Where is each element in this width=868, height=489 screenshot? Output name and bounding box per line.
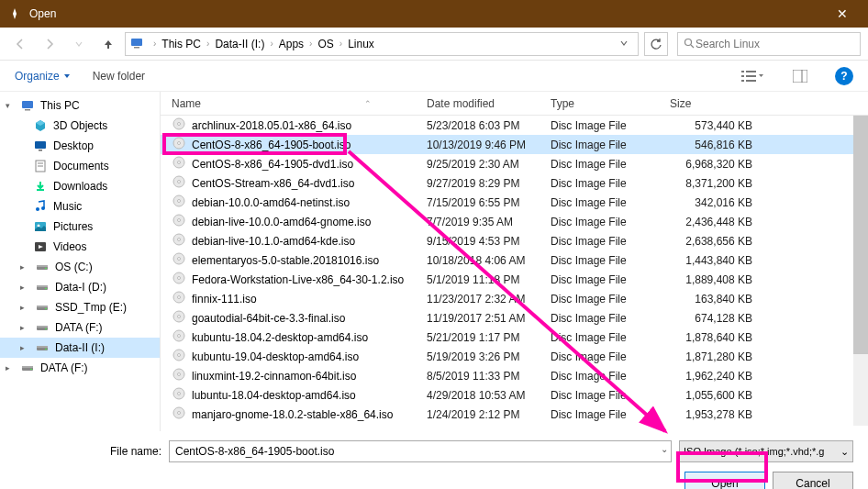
svg-rect-6 <box>741 75 744 77</box>
organize-menu[interactable]: Organize <box>15 70 71 83</box>
tree-expander-icon[interactable]: ▸ <box>20 262 29 272</box>
file-list: archlinux-2018.05.01-x86_64.iso5/23/2018… <box>161 116 868 431</box>
file-name: linuxmint-19.2-cinnamon-64bit.iso <box>192 370 356 383</box>
sidebar-item[interactable]: Pictures <box>0 217 160 237</box>
sidebar-item[interactable]: ▸SSD_Tmp (E:) <box>0 297 160 317</box>
file-row[interactable]: CentOS-8-x86_64-1905-dvd1.iso9/25/2019 2… <box>161 154 868 173</box>
file-row[interactable]: debian-10.0.0-amd64-netinst.iso7/15/2019… <box>161 193 868 212</box>
tree-expander-icon[interactable]: ▸ <box>20 343 29 352</box>
down-icon <box>33 179 48 194</box>
svg-rect-10 <box>793 70 807 83</box>
column-size[interactable]: Size <box>670 97 762 110</box>
sidebar-item[interactable]: Documents <box>0 156 160 176</box>
sidebar-item[interactable]: Videos <box>0 237 160 257</box>
file-size: 1,889,408 KB <box>670 273 762 286</box>
file-date: 10/18/2018 4:06 AM <box>427 254 551 267</box>
disc-icon <box>172 271 186 288</box>
breadcrumb-seg[interactable]: Linux <box>346 38 376 50</box>
file-row[interactable]: elementaryos-5.0-stable.20181016.iso10/1… <box>161 250 868 270</box>
sidebar-item[interactable]: Music <box>0 196 160 217</box>
filename-dropdown-icon[interactable]: ⌄ <box>661 444 668 454</box>
tree-expander-icon[interactable]: ▸ <box>20 283 29 292</box>
music-icon <box>33 199 48 214</box>
sidebar-item[interactable]: ▸Data-II (I:) <box>0 338 160 358</box>
file-size: 1,878,640 KB <box>670 331 762 344</box>
sidebar-item-label: Data-I (D:) <box>55 281 106 294</box>
file-type: Disc Image File <box>551 216 670 228</box>
file-row[interactable]: manjaro-gnome-18.0.2-stable-x86_64.iso1/… <box>161 405 868 424</box>
column-type[interactable]: Type <box>551 97 670 110</box>
svg-rect-5 <box>746 71 756 72</box>
forward-button[interactable] <box>37 31 62 57</box>
tree-expander-icon[interactable]: ▸ <box>20 303 29 312</box>
filename-input[interactable] <box>169 440 672 462</box>
file-type: Disc Image File <box>551 119 670 132</box>
file-name: lubuntu-18.04-desktop-amd64.iso <box>192 389 356 402</box>
svg-line-3 <box>691 45 694 48</box>
file-row[interactable]: Fedora-Workstation-Live-x86_64-30-1.2.is… <box>161 270 868 289</box>
breadcrumb-dropdown[interactable] <box>614 38 634 50</box>
help-button[interactable]: ? <box>835 67 853 85</box>
file-row[interactable]: lubuntu-18.04-desktop-amd64.iso4/29/2018… <box>161 385 868 405</box>
refresh-button[interactable] <box>644 32 668 56</box>
cancel-button[interactable]: Cancel <box>773 472 853 489</box>
disc-icon <box>172 155 186 172</box>
pc-icon <box>20 98 35 113</box>
sidebar-item[interactable]: ▸OS (C:) <box>0 257 160 277</box>
scrollbar-thumb[interactable] <box>853 116 868 354</box>
file-row[interactable]: debian-live-10.1.0-amd64-kde.iso9/15/201… <box>161 231 868 250</box>
back-button[interactable] <box>7 31 33 57</box>
view-mode-button[interactable] <box>740 65 765 87</box>
breadcrumb-seg[interactable]: Data-II (I:) <box>213 38 266 50</box>
open-button[interactable]: Open <box>684 472 765 489</box>
svg-point-54 <box>178 219 181 222</box>
file-row[interactable]: CentOS-8-x86_64-1905-boot.iso10/13/2019 … <box>161 135 868 154</box>
file-row[interactable]: debian-live-10.0.0-amd64-gnome.iso7/7/20… <box>161 212 868 231</box>
breadcrumb[interactable]: › This PC› Data-II (I:)› Apps› OS› Linux <box>125 32 639 56</box>
up-button[interactable] <box>95 31 121 57</box>
svg-point-2 <box>685 39 692 46</box>
sidebar-item-label: DATA (F:) <box>40 361 88 374</box>
new-folder-button[interactable]: New folder <box>93 70 145 83</box>
file-row[interactable]: finnix-111.iso11/23/2017 2:32 AMDisc Ima… <box>161 289 868 308</box>
search-input[interactable] <box>696 38 854 50</box>
svg-point-72 <box>178 393 181 395</box>
preview-pane-button[interactable] <box>787 65 813 87</box>
file-date: 5/23/2018 6:03 PM <box>427 119 551 132</box>
file-date: 1/24/2019 2:12 PM <box>427 408 551 421</box>
svg-rect-7 <box>746 75 756 77</box>
sidebar-item[interactable]: Downloads <box>0 176 160 196</box>
close-button[interactable]: ✕ <box>824 0 861 28</box>
recent-dropdown[interactable] <box>66 31 92 57</box>
svg-point-58 <box>178 258 181 261</box>
tree-expander-icon[interactable]: ▸ <box>20 323 29 332</box>
search-box[interactable] <box>677 32 861 56</box>
file-type: Disc Image File <box>551 389 670 402</box>
tree-expander-icon[interactable]: ▸ <box>6 363 15 372</box>
sidebar-item[interactable]: ▸Data-I (D:) <box>0 277 160 297</box>
sidebar-item[interactable]: ▸DATA (F:) <box>0 358 160 378</box>
sidebar-item[interactable]: ▾This PC <box>0 95 160 116</box>
disc-icon <box>172 213 186 230</box>
breadcrumb-seg[interactable]: Apps <box>277 38 306 50</box>
breadcrumb-seg[interactable]: OS <box>316 38 335 50</box>
file-row[interactable]: linuxmint-19.2-cinnamon-64bit.iso8/5/201… <box>161 366 868 385</box>
column-name[interactable]: Name⌃ <box>161 97 427 110</box>
tree-expander-icon[interactable]: ▾ <box>6 101 15 110</box>
svg-rect-14 <box>35 141 46 149</box>
sidebar-item[interactable]: ▸DATA (F:) <box>0 317 160 338</box>
file-row[interactable]: kubuntu-18.04.2-desktop-amd64.iso5/21/20… <box>161 328 868 347</box>
file-row[interactable]: archlinux-2018.05.01-x86_64.iso5/23/2018… <box>161 116 868 135</box>
breadcrumb-seg[interactable]: This PC <box>160 38 203 50</box>
file-row[interactable]: CentOS-Stream-x86_64-dvd1.iso9/27/2019 8… <box>161 173 868 193</box>
svg-point-36 <box>45 328 47 330</box>
file-size: 1,953,278 KB <box>670 408 762 421</box>
file-size: 8,371,200 KB <box>670 177 762 190</box>
sidebar-item[interactable]: Desktop <box>0 136 160 156</box>
file-row[interactable]: kubuntu-19.04-desktop-amd64.iso5/19/2019… <box>161 347 868 366</box>
sidebar-item[interactable]: 3D Objects <box>0 116 160 136</box>
file-row[interactable]: goautodial-64bit-ce-3.3-final.iso11/19/2… <box>161 308 868 328</box>
sidebar-item-label: 3D Objects <box>53 119 107 132</box>
file-type-filter[interactable]: ISO Image (*.iso;*.img;*.vhd;*.g ⌄ <box>679 440 853 462</box>
column-date[interactable]: Date modified <box>427 97 551 110</box>
